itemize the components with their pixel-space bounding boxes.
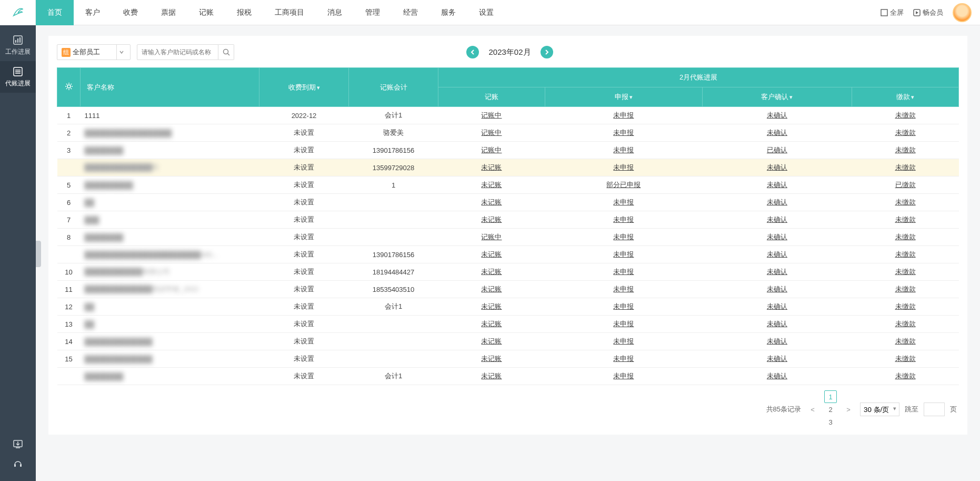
nav-item-5[interactable]: 报税 (225, 0, 263, 25)
nav-item-3[interactable]: 票据 (149, 0, 187, 25)
row-jizhang[interactable]: 未记账 (438, 368, 545, 385)
sidebar-item-work-progress[interactable]: 工作进展 (0, 30, 36, 61)
row-shenbao[interactable]: 未申报 (545, 281, 702, 298)
nav-item-11[interactable]: 设置 (467, 0, 505, 25)
shenbao-header[interactable]: 申报▾ (545, 87, 702, 107)
row-jizhang[interactable]: 未记账 (438, 350, 545, 368)
sidebar-item-bookkeeping-progress[interactable]: 代账进展 (0, 61, 36, 93)
row-pay[interactable]: 未缴款 (852, 368, 959, 385)
fullscreen-button[interactable]: 全屏 (881, 8, 904, 17)
table-row[interactable]: ██████████████司未设置13599729028未记账未申报未确认未缴… (57, 159, 959, 176)
prev-month-button[interactable] (466, 46, 479, 58)
row-shenbao[interactable]: 部分已申报 (545, 176, 702, 194)
nav-item-10[interactable]: 服务 (429, 0, 467, 25)
row-shenbao[interactable]: 未申报 (545, 368, 702, 385)
row-pay[interactable]: 未缴款 (852, 211, 959, 229)
next-month-button[interactable] (541, 46, 553, 58)
row-jizhang[interactable]: 未记账 (438, 316, 545, 333)
row-shenbao[interactable]: 未申报 (545, 211, 702, 229)
pager-page-3[interactable]: 3 (824, 416, 837, 428)
row-pay[interactable]: 未缴款 (852, 350, 959, 368)
row-pay[interactable]: 未缴款 (852, 281, 959, 298)
row-confirm[interactable]: 已确认 (702, 142, 852, 159)
table-row[interactable]: ████████未设置会计1未记账未申报未确认未缴款 (57, 368, 959, 385)
row-confirm[interactable]: 未确认 (702, 316, 852, 333)
row-jizhang[interactable]: 未记账 (438, 246, 545, 263)
pager-page-1[interactable]: 1 (824, 390, 837, 403)
row-jizhang[interactable]: 记账中 (438, 107, 545, 124)
row-pay[interactable]: 未缴款 (852, 263, 959, 281)
row-shenbao[interactable]: 未申报 (545, 229, 702, 246)
nav-item-9[interactable]: 经营 (392, 0, 429, 25)
search-button[interactable] (218, 44, 234, 60)
table-row[interactable]: 2██████████████████未设置骆爱美记账中未申报未确认未缴款 (57, 124, 959, 142)
row-jizhang[interactable]: 记账中 (438, 124, 545, 142)
nav-item-1[interactable]: 客户 (74, 0, 112, 25)
confirm-header[interactable]: 客户确认▾ (702, 87, 852, 107)
row-shenbao[interactable]: 未申报 (545, 316, 702, 333)
row-confirm[interactable]: 未确认 (702, 263, 852, 281)
row-jizhang[interactable]: 未记账 (438, 333, 545, 350)
row-shenbao[interactable]: 未申报 (545, 298, 702, 316)
row-jizhang[interactable]: 未记账 (438, 281, 545, 298)
pager-page-2[interactable]: 2 (824, 403, 837, 416)
side-collapse-tab[interactable] (36, 241, 41, 267)
gear-header[interactable] (57, 68, 81, 107)
table-row[interactable]: 8████████未设置记账中未申报未确认未缴款 (57, 229, 959, 246)
headset-button[interactable] (13, 458, 23, 470)
nav-item-4[interactable]: 记账 (187, 0, 225, 25)
row-pay[interactable]: 未缴款 (852, 107, 959, 124)
row-shenbao[interactable]: 未申报 (545, 107, 702, 124)
table-row[interactable]: 13██未设置未记账未申报未确认未缴款 (57, 316, 959, 333)
table-row[interactable]: ████████████████████████085...未设置1390178… (57, 246, 959, 263)
row-shenbao[interactable]: 未申报 (545, 350, 702, 368)
row-pay[interactable]: 未缴款 (852, 298, 959, 316)
table-row[interactable]: 111112022-12会计1记账中未申报未确认未缴款 (57, 107, 959, 124)
pager-next[interactable]: > (842, 403, 855, 416)
row-pay[interactable]: 未缴款 (852, 316, 959, 333)
row-pay[interactable]: 未缴款 (852, 159, 959, 176)
row-shenbao[interactable]: 未申报 (545, 263, 702, 281)
row-confirm[interactable]: 未确认 (702, 159, 852, 176)
table-row[interactable]: 11██████████████培训学校_2022未设置18535403510未… (57, 281, 959, 298)
table-row[interactable]: 5██████████未设置1未记账部分已申报未确认已缴款 (57, 176, 959, 194)
per-page-select[interactable]: 30 条/页 (860, 403, 899, 416)
search-input[interactable] (137, 44, 218, 60)
table-row[interactable]: 12██未设置会计1未记账未申报未确认未缴款 (57, 298, 959, 316)
row-confirm[interactable]: 未确认 (702, 107, 852, 124)
row-confirm[interactable]: 未确认 (702, 333, 852, 350)
pager-prev[interactable]: < (806, 403, 819, 416)
table-row[interactable]: 10████████████有限公司未设置18194484427未记账未申报未确… (57, 263, 959, 281)
avatar[interactable] (953, 3, 972, 22)
row-jizhang[interactable]: 未记账 (438, 194, 545, 211)
nav-item-8[interactable]: 管理 (354, 0, 392, 25)
nav-item-6[interactable]: 工商项目 (263, 0, 316, 25)
table-row[interactable]: 7███未设置未记账未申报未确认未缴款 (57, 211, 959, 229)
pay-header[interactable]: 缴款▾ (852, 87, 959, 107)
row-confirm[interactable]: 未确认 (702, 368, 852, 385)
row-pay[interactable]: 已缴款 (852, 176, 959, 194)
table-row[interactable]: 3████████未设置13901786156记账中未申报已确认未缴款 (57, 142, 959, 159)
download-button[interactable] (13, 439, 23, 451)
row-confirm[interactable]: 未确认 (702, 176, 852, 194)
row-confirm[interactable]: 未确认 (702, 298, 852, 316)
row-pay[interactable]: 未缴款 (852, 333, 959, 350)
row-pay[interactable]: 未缴款 (852, 142, 959, 159)
row-confirm[interactable]: 未确认 (702, 229, 852, 246)
table-row[interactable]: 14██████████████未设置未记账未申报未确认未缴款 (57, 333, 959, 350)
nav-item-7[interactable]: 消息 (316, 0, 354, 25)
row-shenbao[interactable]: 未申报 (545, 142, 702, 159)
nav-item-2[interactable]: 收费 (112, 0, 149, 25)
jump-input[interactable] (924, 403, 945, 416)
table-row[interactable]: 6██未设置未记账未申报未确认未缴款 (57, 194, 959, 211)
row-shenbao[interactable]: 未申报 (545, 194, 702, 211)
row-shenbao[interactable]: 未申报 (545, 124, 702, 142)
row-pay[interactable]: 未缴款 (852, 229, 959, 246)
row-jizhang[interactable]: 未记账 (438, 176, 545, 194)
nav-item-0[interactable]: 首页 (36, 0, 74, 25)
due-header[interactable]: 收费到期▾ (259, 68, 349, 107)
row-jizhang[interactable]: 未记账 (438, 263, 545, 281)
row-jizhang[interactable]: 未记账 (438, 159, 545, 176)
employee-select[interactable]: 组 全部员工 (57, 44, 131, 60)
table-row[interactable]: 15██████████████未设置未记账未申报未确认未缴款 (57, 350, 959, 368)
